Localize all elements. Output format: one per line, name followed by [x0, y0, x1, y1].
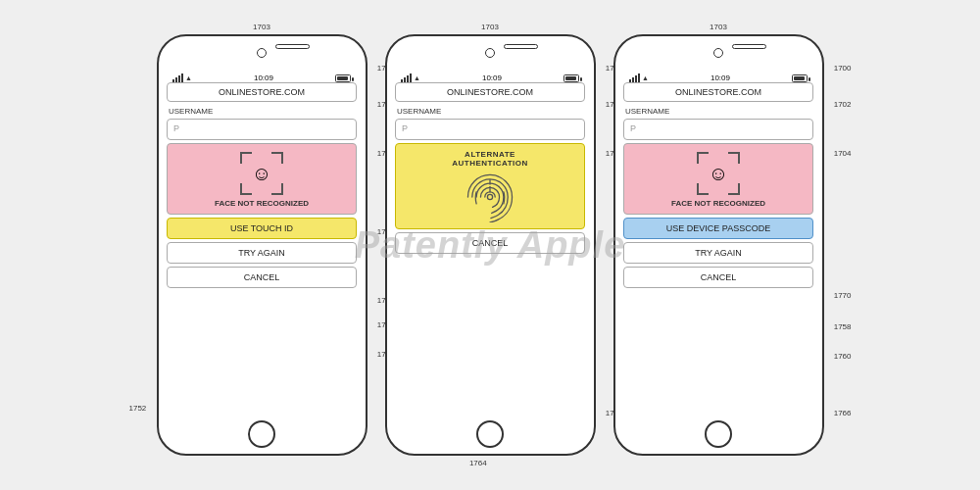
face-panel-3: ☺ FACE NOT RECOGNIZED — [623, 143, 813, 215]
alt-auth-panel: ALTERNATEAUTHENTICATION — [395, 143, 585, 229]
battery-3 — [792, 74, 808, 82]
wifi-icon-3: ▲ — [642, 74, 649, 81]
try-again-btn-3[interactable]: TRY AGAIN — [623, 242, 813, 264]
ref-1766-p3: 1766 — [834, 409, 852, 417]
screen-3: ONLINESTORE.COM USERNAME P ☺ FACE NOT RE… — [623, 82, 813, 415]
alt-auth-title: ALTERNATEAUTHENTICATION — [452, 150, 528, 168]
phone-bottom-2 — [476, 415, 504, 454]
status-bar-2: ▲ 10:09 — [397, 74, 583, 82]
url-bar-1[interactable]: ONLINESTORE.COM — [167, 82, 357, 102]
password-field-2[interactable]: P — [395, 119, 585, 140]
speaker-2 — [504, 44, 538, 49]
use-touch-id-btn[interactable]: USE TOUCH ID — [167, 218, 357, 239]
face-corners-1: ☺ — [240, 152, 283, 195]
cancel-btn-1[interactable]: CANCEL — [167, 267, 357, 288]
password-field-3[interactable]: P — [623, 119, 813, 140]
camera-1 — [257, 48, 267, 58]
home-btn-2[interactable] — [476, 420, 504, 448]
face-panel-1: ☺ FACE NOT RECOGNIZED — [167, 143, 357, 215]
password-field-1[interactable]: P — [167, 119, 357, 140]
ref-1703-p2: 1703 — [481, 23, 499, 31]
try-again-btn-1[interactable]: TRY AGAIN — [167, 242, 357, 264]
camera-2 — [485, 48, 495, 58]
battery-1 — [335, 74, 351, 82]
ref-1704-p3: 1704 — [834, 149, 852, 158]
speaker-1 — [275, 44, 310, 49]
signal-area-3: ▲ — [629, 74, 649, 82]
camera-3 — [713, 48, 723, 58]
use-device-passcode-btn[interactable]: USE DEVICE PASSCODE — [623, 218, 813, 239]
cancel-btn-2[interactable]: CANCEL — [395, 232, 585, 254]
username-label-1: USERNAME — [167, 107, 357, 116]
ref-1703-p1: 1703 — [253, 23, 270, 31]
username-label-2: USERNAME — [395, 107, 585, 116]
time-2: 10:09 — [482, 74, 502, 82]
ref-1770-p3: 1770 — [834, 291, 852, 300]
ref-1702-p3: 1702 — [834, 100, 852, 109]
fingerprint-icon — [465, 172, 515, 222]
face-not-recognized-1: FACE NOT RECOGNIZED — [215, 199, 309, 208]
home-btn-1[interactable] — [248, 420, 275, 448]
phone-top-3 — [615, 36, 822, 74]
phone-bottom-1 — [248, 415, 275, 454]
home-btn-3[interactable] — [705, 420, 732, 448]
ref-1764-p2: 1764 — [469, 459, 487, 467]
page-container: Patently Apple 1703 1700 1702 1704 1754 … — [0, 0, 980, 490]
speaker-3 — [732, 44, 766, 49]
phone-2: 1703 1700 1702 1704 1766 1764 ▲ — [385, 34, 596, 456]
phone-1: 1703 1700 1702 1704 1754 1756 1748 1750 … — [157, 34, 368, 456]
ref-1703-p3: 1703 — [710, 23, 727, 31]
wifi-icon-2: ▲ — [414, 74, 420, 81]
ref-1760-p3: 1760 — [834, 352, 852, 361]
url-bar-3[interactable]: ONLINESTORE.COM — [623, 82, 813, 102]
time-1: 10:09 — [254, 74, 273, 82]
battery-2 — [564, 74, 579, 82]
signal-bars-1 — [172, 74, 183, 82]
phone-top-2 — [387, 36, 594, 74]
screen-2: ONLINESTORE.COM USERNAME P ALTERNATEAUTH… — [395, 82, 585, 415]
time-3: 10:09 — [710, 74, 730, 82]
face-emoji-1: ☺ — [252, 163, 271, 185]
phone-3: 1703 1700 1702 1704 1770 1758 1760 1766 — [613, 34, 824, 456]
phone-bottom-3 — [705, 415, 732, 454]
ref-1758-p3: 1758 — [834, 322, 852, 331]
url-bar-2[interactable]: ONLINESTORE.COM — [395, 82, 585, 102]
face-not-recognized-3: FACE NOT RECOGNIZED — [671, 199, 765, 208]
signal-area-1: ▲ — [172, 74, 192, 82]
signal-bars-2 — [401, 74, 412, 82]
status-bar-1: ▲ 10:09 — [169, 74, 355, 82]
svg-point-0 — [487, 194, 492, 199]
ref-1752-p1: 1752 — [129, 404, 147, 413]
signal-area-2: ▲ — [401, 74, 420, 82]
phones-row: 1703 1700 1702 1704 1754 1756 1748 1750 … — [157, 34, 824, 456]
screen-1: ONLINESTORE.COM USERNAME P ☺ FACE NOT RE… — [167, 82, 357, 415]
phone-top-1 — [159, 36, 366, 74]
ref-1700-p3: 1700 — [834, 64, 852, 73]
face-corners-3: ☺ — [697, 152, 740, 195]
cancel-btn-3[interactable]: CANCEL — [623, 267, 813, 288]
signal-bars-3 — [629, 74, 640, 82]
face-emoji-3: ☺ — [709, 163, 728, 185]
status-bar-3: ▲ 10:09 — [625, 74, 811, 82]
wifi-icon-1: ▲ — [185, 74, 192, 81]
username-label-3: USERNAME — [623, 107, 813, 116]
